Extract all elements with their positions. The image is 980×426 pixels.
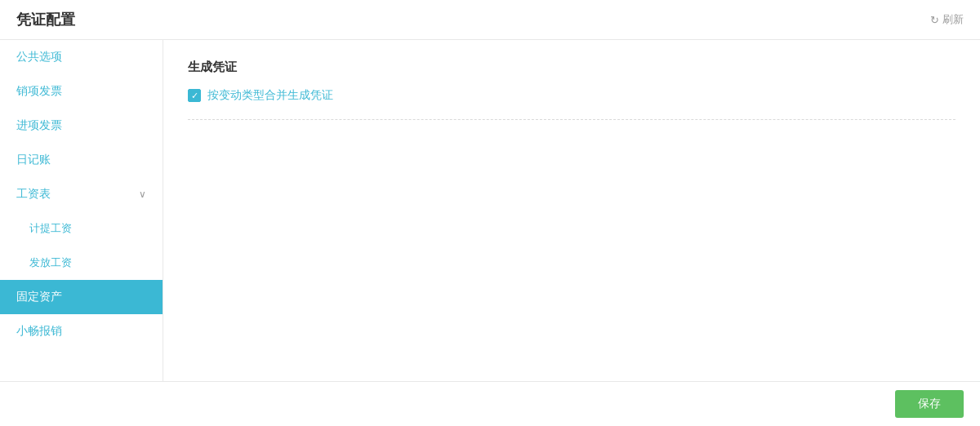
sidebar-item-sales-invoice[interactable]: 销项发票 <box>0 74 163 109</box>
sidebar-item-label: 公共选项 <box>16 50 62 64</box>
sidebar-item-expense-report[interactable]: 小畅报销 <box>0 314 163 348</box>
sidebar-item-public-options[interactable]: 公共选项 <box>0 40 163 74</box>
sidebar-item-label: 计提工资 <box>29 221 72 236</box>
sidebar-item-calc-salary[interactable]: 计提工资 <box>0 211 163 246</box>
sidebar-item-label: 进项发票 <box>16 118 62 133</box>
chevron-down-icon: ∨ <box>139 189 146 200</box>
page-footer: 保存 <box>0 381 980 426</box>
sidebar-item-label: 工资表 <box>16 187 51 202</box>
section-title: 生成凭证 <box>188 60 956 75</box>
page-title: 凭证配置 <box>16 10 75 29</box>
sidebar-item-label: 发放工资 <box>29 255 72 270</box>
sidebar-item-payroll[interactable]: 工资表∨ <box>0 177 163 211</box>
section-divider <box>188 119 956 120</box>
sidebar-item-fixed-assets[interactable]: 固定资产 <box>0 280 163 314</box>
refresh-button[interactable]: ↻ 刷新 <box>930 12 964 27</box>
check-mark-icon: ✓ <box>191 91 198 100</box>
sidebar-item-label: 销项发票 <box>16 84 62 99</box>
sidebar-item-journal[interactable]: 日记账 <box>0 143 163 177</box>
main-content: 生成凭证 ✓ 按变动类型合并生成凭证 <box>163 40 980 381</box>
sidebar-item-label: 日记账 <box>16 153 51 167</box>
page-header: 凭证配置 ↻ 刷新 <box>0 0 980 40</box>
merge-by-type-label[interactable]: 按变动类型合并生成凭证 <box>207 88 333 103</box>
merge-by-type-checkbox[interactable]: ✓ <box>188 89 201 102</box>
sidebar-item-label: 小畅报销 <box>16 324 62 339</box>
sidebar-item-pay-salary[interactable]: 发放工资 <box>0 246 163 280</box>
checkbox-row: ✓ 按变动类型合并生成凭证 <box>188 88 956 103</box>
refresh-icon: ↻ <box>930 14 939 26</box>
body-layout: 公共选项销项发票进项发票日记账工资表∨计提工资发放工资固定资产小畅报销 生成凭证… <box>0 40 980 381</box>
sidebar-item-label: 固定资产 <box>16 290 62 304</box>
sidebar: 公共选项销项发票进项发票日记账工资表∨计提工资发放工资固定资产小畅报销 <box>0 40 163 381</box>
save-button[interactable]: 保存 <box>895 390 964 418</box>
sidebar-item-purchase-invoice[interactable]: 进项发票 <box>0 109 163 143</box>
refresh-label: 刷新 <box>942 12 964 27</box>
